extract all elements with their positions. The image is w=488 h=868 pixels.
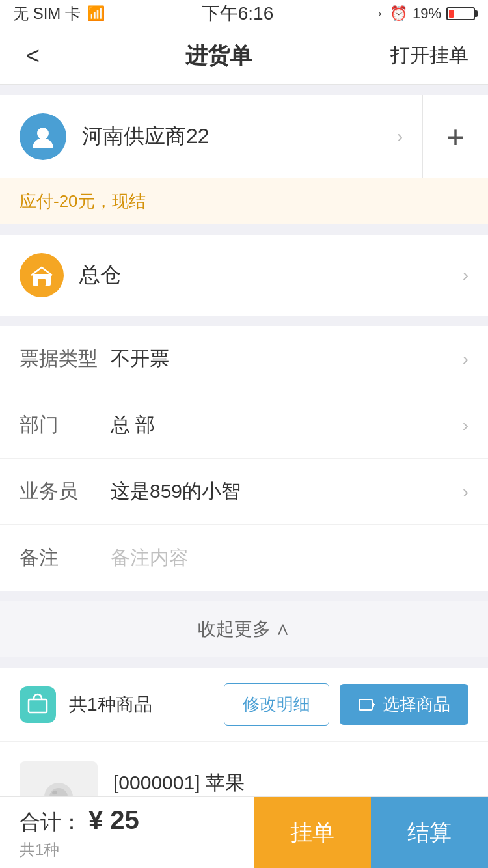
status-bar-right: → ⏰ 19% [370, 5, 475, 22]
hang-button[interactable]: 挂单 [254, 797, 371, 869]
svg-rect-4 [359, 699, 372, 710]
total-sub: 共1种 [20, 839, 234, 860]
back-button[interactable]: < [20, 36, 46, 76]
page-title: 进货单 [185, 41, 252, 71]
battery-icon [446, 7, 475, 20]
department-chevron-icon: › [463, 415, 468, 436]
products-count: 共1种商品 [69, 692, 224, 717]
department-value: 总 部 [111, 412, 456, 439]
supplier-section: 河南供应商22 › + [0, 95, 488, 178]
add-supplier-button[interactable]: + [423, 119, 488, 155]
products-icon [20, 686, 56, 723]
salesman-value: 这是859的小智 [111, 478, 456, 505]
remark-input[interactable]: 备注内容 [111, 545, 468, 571]
invoice-value: 不开票 [111, 346, 456, 372]
total-amount: ¥ 25 [88, 806, 139, 835]
products-header: 共1种商品 修改明细 选择商品 [0, 668, 488, 742]
supplier-avatar [20, 113, 66, 160]
supplier-name: 河南供应商22 [82, 122, 390, 151]
battery-percent: 19% [413, 5, 441, 22]
status-bar: 无 SIM 卡 📶 下午6:16 → ⏰ 19% [0, 0, 488, 27]
alarm-icon: ⏰ [390, 5, 407, 22]
svg-point-0 [37, 128, 49, 139]
svg-rect-3 [29, 699, 47, 712]
total-label: 合计： [20, 808, 82, 837]
form-card: 票据类型 不开票 › 部门 总 部 › 业务员 这是859的小智 › 备注 备注… [0, 326, 488, 591]
invoice-chevron-icon: › [463, 349, 468, 370]
total-main: 合计： ¥ 25 [20, 806, 234, 837]
collapse-toggle-button[interactable]: 收起更多 ∧ [0, 601, 488, 657]
carrier-label: 无 SIM 卡 [13, 3, 81, 24]
time-label: 下午6:16 [202, 1, 274, 26]
warehouse-name: 总仓 [79, 261, 456, 290]
invoice-label: 票据类型 [20, 346, 111, 372]
salesman-row[interactable]: 业务员 这是859的小智 › [0, 459, 488, 525]
warehouse-icon [20, 253, 64, 297]
select-product-label: 选择商品 [383, 693, 450, 716]
department-label: 部门 [20, 412, 111, 439]
salesman-label: 业务员 [20, 478, 111, 505]
status-bar-left: 无 SIM 卡 📶 [13, 3, 105, 24]
warehouse-selector[interactable]: 总仓 › [0, 235, 488, 316]
total-area: 合计： ¥ 25 共1种 [0, 806, 254, 860]
wifi-icon: 📶 [87, 5, 105, 22]
location-icon: → [370, 5, 385, 22]
invoice-type-row[interactable]: 票据类型 不开票 › [0, 326, 488, 392]
warehouse-chevron-icon: › [463, 265, 468, 286]
supplier-selector[interactable]: 河南供应商22 › [0, 95, 423, 178]
select-product-button[interactable]: 选择商品 [340, 684, 468, 725]
checkout-button[interactable]: 结算 [371, 797, 488, 869]
department-row[interactable]: 部门 总 部 › [0, 392, 488, 459]
salesman-chevron-icon: › [463, 481, 468, 502]
nav-bar: < 进货单 打开挂单 [0, 27, 488, 85]
product-name: [0000001] 苹果 [113, 770, 438, 796]
supplier-notice: 应付-20元，现结 [0, 178, 488, 224]
remark-row[interactable]: 备注 备注内容 [0, 525, 488, 591]
modify-detail-button[interactable]: 修改明细 [224, 683, 329, 726]
svg-rect-2 [38, 279, 46, 286]
supplier-chevron-icon: › [397, 126, 403, 147]
remark-label: 备注 [20, 545, 111, 571]
main-content: 河南供应商22 › + 应付-20元，现结 总仓 › 票据类型 不开票 › 部门… [0, 85, 488, 868]
open-hang-button[interactable]: 打开挂单 [390, 42, 468, 69]
bottom-bar: 合计： ¥ 25 共1种 挂单 结算 [0, 796, 488, 868]
